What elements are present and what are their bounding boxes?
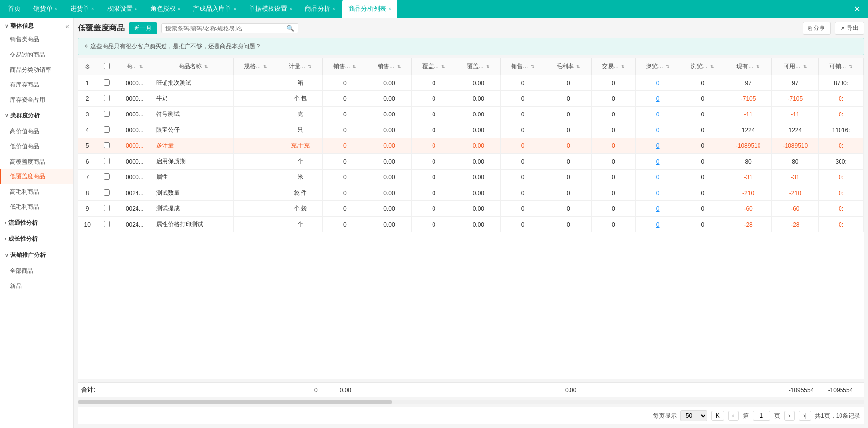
row-checkbox[interactable] (97, 91, 116, 107)
row-browse1[interactable]: 0 (636, 154, 680, 170)
row-checkbox[interactable] (97, 201, 116, 217)
row-cover1: 0 (411, 154, 456, 170)
col-sales2[interactable]: 销售... ⇅ (501, 58, 545, 75)
search-icon[interactable]: 🔍 (286, 25, 294, 32)
row-checkbox[interactable] (97, 185, 116, 201)
row-checkbox[interactable] (97, 75, 116, 91)
row-checkbox[interactable] (97, 138, 116, 154)
tab-purchase-close[interactable]: × (91, 6, 94, 12)
export-button[interactable]: ↗ 导出 (835, 22, 864, 35)
col-browse1[interactable]: 浏览... ⇅ (636, 58, 680, 75)
col-code[interactable]: 商... ⇅ (116, 58, 153, 75)
row-code: 0000... (116, 107, 153, 122)
sidebar-item-all-goods[interactable]: 全部商品 (0, 263, 73, 279)
tab-product-analysis-list-close[interactable]: × (388, 6, 391, 12)
sidebar-item-high-value[interactable]: 高价值商品 (0, 124, 73, 139)
tab-product-stock-close[interactable]: × (233, 6, 236, 12)
search-input[interactable] (165, 25, 284, 32)
col-coverage2[interactable]: 覆盖... ⇅ (456, 58, 501, 75)
sidebar-item-traded-goods[interactable]: 交易过的商品 (0, 47, 73, 62)
tab-sales-order-close[interactable]: × (54, 6, 57, 12)
col-sales-qty[interactable]: 销售... ⇅ (323, 58, 367, 75)
tab-purchase[interactable]: 进货单 × (64, 0, 100, 18)
row-browse1[interactable]: 0 (636, 91, 680, 107)
row-sales-qty: 0 (323, 154, 367, 170)
sidebar-item-low-coverage[interactable]: 低覆盖度商品 (0, 169, 73, 184)
tab-permissions[interactable]: 权限设置 × (101, 0, 143, 18)
col-name[interactable]: 商品名称 ⇅ (153, 58, 234, 75)
col-trade[interactable]: 交易... ⇅ (591, 58, 636, 75)
tab-home[interactable]: 首页 (2, 0, 27, 18)
next-page-button[interactable]: › (784, 411, 795, 421)
col-sellable[interactable]: 可销... ⇅ (819, 58, 864, 75)
sidebar-section-overall[interactable]: ∨ 整体信息 (5, 22, 34, 30)
col-unit[interactable]: 计量... ⇅ (278, 58, 323, 75)
row-browse1[interactable]: 0 (636, 122, 680, 138)
select-all-checkbox[interactable] (104, 63, 110, 69)
sidebar-item-low-margin[interactable]: 低毛利商品 (0, 200, 73, 215)
row-checkbox[interactable] (97, 122, 116, 138)
col-gross-rate[interactable]: 毛利率 ⇅ (545, 58, 591, 75)
sidebar-section-liquidity[interactable]: › 流通性分析 (0, 215, 73, 231)
row-browse1[interactable]: 0 (636, 107, 680, 122)
tab-template-close[interactable]: × (289, 6, 292, 12)
sidebar-item-new-goods[interactable]: 新品 (0, 279, 73, 294)
row-current: 80 (725, 154, 772, 170)
tab-sales-order[interactable]: 销货单 × (27, 0, 63, 18)
row-spec (233, 75, 278, 91)
first-page-button[interactable]: K (711, 411, 724, 421)
last-page-button[interactable]: ›| (799, 411, 811, 421)
page-size-select[interactable]: 50 20 100 (680, 410, 707, 421)
settings-icon[interactable]: ⚙ (85, 63, 90, 70)
page-number-input[interactable] (753, 411, 770, 421)
share-button[interactable]: ⎘ 分享 (803, 22, 831, 35)
col-browse2[interactable]: 浏览... ⇅ (680, 58, 725, 75)
row-checkbox[interactable] (97, 107, 116, 122)
row-browse1[interactable]: 0 (636, 185, 680, 201)
prev-page-button[interactable]: ‹ (728, 411, 739, 421)
row-browse1[interactable]: 0 (636, 75, 680, 91)
sidebar-item-high-margin[interactable]: 高毛利商品 (0, 184, 73, 200)
row-checkbox[interactable] (97, 154, 116, 170)
col-checkbox[interactable] (97, 58, 116, 75)
tab-product-analysis[interactable]: 商品分析 × (299, 0, 341, 18)
table-row: 8 0024... 测试数量 袋,件 0 0.00 0 0.00 0 0 0 0… (78, 185, 864, 201)
row-code: 0000... (116, 138, 153, 154)
row-browse1[interactable]: 0 (636, 170, 680, 185)
col-coverage1[interactable]: 覆盖... ⇅ (411, 58, 456, 75)
tab-permissions-close[interactable]: × (135, 6, 137, 12)
row-current: -210 (725, 185, 772, 201)
sidebar-item-sales-goods[interactable]: 销售类商品 (0, 32, 73, 47)
row-checkbox[interactable] (97, 217, 116, 232)
tab-product-analysis-close[interactable]: × (332, 6, 335, 12)
row-browse2: 0 (680, 185, 725, 201)
sidebar-collapse-button[interactable]: « (65, 22, 69, 30)
row-checkbox[interactable] (97, 170, 116, 185)
sidebar-item-category-rate[interactable]: 商品分类动销率 (0, 62, 73, 78)
sidebar-item-low-value[interactable]: 低价值商品 (0, 139, 73, 154)
filter-recent-month-button[interactable]: 近一月 (129, 22, 157, 34)
tab-product-stock[interactable]: 产成品入库单 × (187, 0, 242, 18)
col-spec[interactable]: 规格... ⇅ (233, 58, 278, 75)
row-browse1[interactable]: 0 (636, 201, 680, 217)
sidebar-item-in-stock[interactable]: 有库存商品 (0, 77, 73, 92)
row-browse1[interactable]: 0 (636, 217, 680, 232)
tab-roles-close[interactable]: × (178, 6, 181, 12)
row-num: 9 (78, 201, 97, 217)
row-browse1[interactable]: 0 (636, 138, 680, 154)
sidebar-section-cluster[interactable]: ∨ 类群度分析 (0, 108, 73, 124)
col-current[interactable]: 现有... ⇅ (725, 58, 772, 75)
tab-roles[interactable]: 角色授权 × (144, 0, 187, 18)
scrollbar-thumb[interactable] (78, 400, 392, 404)
col-sales-amt[interactable]: 销售... ⇅ (367, 58, 412, 75)
sidebar-item-high-coverage[interactable]: 高覆盖度商品 (0, 154, 73, 170)
tab-template[interactable]: 单据模板设置 × (243, 0, 298, 18)
window-close-button[interactable]: ✕ (848, 4, 866, 14)
col-available[interactable]: 可用... ⇅ (772, 58, 819, 75)
horizontal-scrollbar[interactable] (78, 400, 864, 404)
tab-product-analysis-list[interactable]: 商品分析列表 × (342, 0, 397, 18)
sidebar-section-growth[interactable]: › 成长性分析 (0, 231, 73, 247)
sidebar-section-marketing[interactable]: ∨ 营销推广分析 (0, 247, 73, 263)
sidebar-item-stock-capital[interactable]: 库存资金占用 (0, 92, 73, 108)
col-settings[interactable]: ⚙ (78, 58, 97, 75)
